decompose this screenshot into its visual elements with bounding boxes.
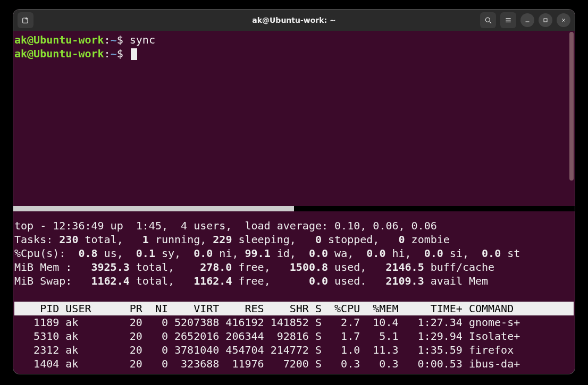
menu-button[interactable] bbox=[500, 12, 516, 28]
svg-point-3 bbox=[485, 18, 490, 22]
top-summary-line: MiB Swap: 1162.4 total, 1162.4 free, 0.0… bbox=[14, 274, 574, 288]
close-button[interactable] bbox=[557, 13, 570, 27]
process-row: 1404 ak 20 0 323688 11976 7200 S 0.3 0.3… bbox=[14, 357, 574, 371]
process-row: 1189 ak 20 0 5207388 416192 141852 S 2.7… bbox=[14, 315, 574, 329]
process-row: 5310 ak 20 0 2652016 206344 92816 S 1.7 … bbox=[14, 329, 574, 343]
top-columns-header: PID USER PR NI VIRT RES SHR S %CPU %MEM … bbox=[14, 302, 574, 315]
cursor bbox=[131, 48, 137, 60]
top-pane[interactable]: top - 12:36:49 up 1:45, 4 users, load av… bbox=[13, 211, 575, 374]
terminal-body[interactable]: ak@Ubuntu-work:~$ syncak@Ubuntu-work:~$ … bbox=[13, 31, 575, 374]
new-tab-button[interactable] bbox=[18, 12, 33, 28]
shell-pane[interactable]: ak@Ubuntu-work:~$ syncak@Ubuntu-work:~$ bbox=[13, 31, 575, 206]
top-summary-line: top - 12:36:49 up 1:45, 4 users, load av… bbox=[14, 219, 574, 233]
minimize-button[interactable] bbox=[520, 13, 534, 27]
top-summary-line: MiB Mem : 3925.3 total, 278.0 free, 1500… bbox=[14, 260, 574, 274]
svg-line-4 bbox=[490, 22, 491, 23]
prompt-line: ak@Ubuntu-work:~$ bbox=[14, 47, 574, 61]
process-row: 2312 ak 20 0 3781040 454704 214772 S 1.0… bbox=[14, 343, 574, 357]
search-button[interactable] bbox=[480, 12, 496, 28]
titlebar: ak@Ubuntu-work: ~ bbox=[13, 10, 575, 31]
maximize-button[interactable] bbox=[539, 13, 552, 27]
terminal-window: ak@Ubuntu-work: ~ ak@Ubuntu-work:~$ sync… bbox=[13, 10, 575, 374]
pane-divider[interactable] bbox=[13, 206, 575, 211]
window-title: ak@Ubuntu-work: ~ bbox=[252, 16, 336, 24]
top-summary-line: %Cpu(s): 0.8 us, 0.1 sy, 0.0 ni, 99.1 id… bbox=[14, 246, 574, 260]
scrollbar[interactable] bbox=[569, 32, 574, 181]
blank-line bbox=[14, 288, 574, 302]
top-summary-line: Tasks: 230 total, 1 running, 229 sleepin… bbox=[14, 233, 574, 246]
svg-rect-9 bbox=[544, 19, 547, 22]
svg-rect-0 bbox=[23, 18, 28, 23]
prompt-line: ak@Ubuntu-work:~$ sync bbox=[14, 33, 574, 47]
